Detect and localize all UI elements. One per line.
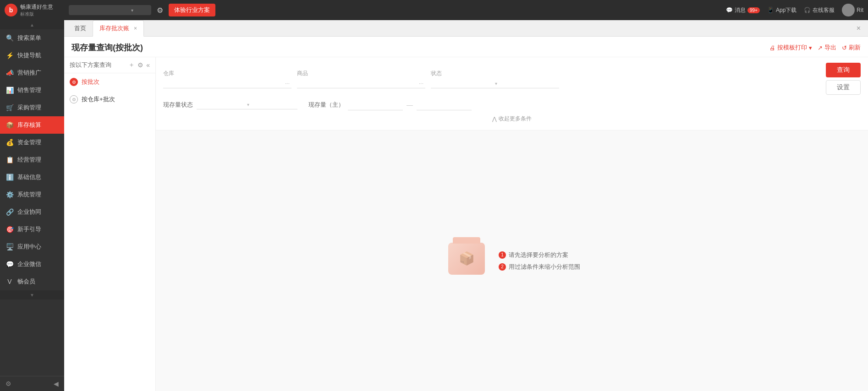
tab-home[interactable]: 首页 [68, 21, 93, 36]
product-filter: 商品 ··· [297, 70, 425, 88]
panel-close-button[interactable]: × [853, 24, 864, 33]
sidebar-item-marketing[interactable]: 📣 营销推广 [0, 64, 64, 81]
export-action[interactable]: ↗ 导出 [818, 43, 836, 52]
sidebar-collapse-icon[interactable]: ◀ [54, 380, 59, 387]
trial-button[interactable]: 体验行业方案 [169, 4, 215, 16]
sidebar-item-vip[interactable]: V 畅会员 [0, 273, 64, 290]
sidebar-item-label: 搜索菜单 [17, 34, 41, 42]
print-icon: 🖨 [769, 44, 775, 51]
sidebar-item-label: 新手引导 [17, 225, 41, 234]
sidebar-item-search[interactable]: 🔍 搜索菜单 [0, 29, 64, 47]
sidebar-item-sales[interactable]: 📊 销售管理 [0, 81, 64, 99]
sidebar-settings-icon[interactable]: ⚙ [5, 380, 11, 387]
wechat-icon: 💬 [5, 260, 14, 268]
empty-illustration: 📦 [444, 238, 489, 284]
status-dropdown-icon[interactable]: ▾ [495, 81, 555, 86]
search-dropdown-icon[interactable]: ▾ [131, 8, 133, 13]
purchase-icon: 🛒 [5, 103, 14, 112]
sidebar-item-finance[interactable]: 💰 资金管理 [0, 134, 64, 151]
status-select[interactable]: ▾ [431, 79, 559, 88]
sidebar-item-app-center[interactable]: 🖥️ 应用中心 [0, 238, 64, 255]
app-download-item[interactable]: 📱 App下载 [767, 6, 797, 14]
tip-num-1: 1 [499, 251, 506, 259]
tip-num-2: 2 [499, 263, 506, 271]
product-more-icon[interactable]: ··· [419, 80, 423, 87]
message-icon: 💬 [726, 7, 733, 13]
search-input[interactable] [73, 7, 128, 13]
warehouse-filter: 仓库 ··· [163, 70, 291, 88]
plan-item-by-warehouse-batch[interactable]: ⚙ 按仓库+批次 [64, 91, 155, 108]
tab-close-icon[interactable]: × [134, 25, 137, 32]
sidebar-item-wechat[interactable]: 💬 企业微信 [0, 255, 64, 273]
stock-amount-from-input[interactable] [348, 99, 403, 110]
logo-icon: b [5, 4, 17, 16]
messages-badge: 99+ [747, 7, 760, 13]
print-action[interactable]: 🖨 按模板打印 ▾ [769, 43, 812, 52]
body-split: 按以下方案查询 ＋ ⚙ « ⚙ 按批次 ⚙ 按仓库+批次 [64, 57, 868, 391]
main-layout: ▲ 🔍 搜索菜单 ⚡ 快捷导航 📣 营销推广 📊 销售管理 🛒 采购管理 📦 库… [0, 20, 868, 391]
sidebar-item-newbie[interactable]: 🎯 新手引导 [0, 221, 64, 238]
tip-text-1: 请先选择要分析的方案 [509, 251, 568, 259]
user-item[interactable]: Rit [842, 4, 863, 16]
tab-home-label: 首页 [74, 24, 86, 33]
messages-item[interactable]: 💬 消息 99+ [726, 6, 760, 14]
stock-amount-to-input[interactable] [417, 99, 472, 110]
plan-settings-icon[interactable]: ⚙ [137, 61, 143, 69]
page-title: 现存量查询(按批次) [71, 42, 143, 53]
action-buttons: 查询 设置 [826, 63, 861, 95]
chevron-up-icon: ⋀ [492, 116, 497, 122]
search-container[interactable]: ▾ [69, 5, 151, 15]
sidebar-item-operations[interactable]: 📋 经营管理 [0, 151, 64, 168]
newbie-icon: 🎯 [5, 225, 14, 234]
stock-status-select[interactable]: ▾ [197, 100, 297, 109]
status-filter: 状态 ▾ [431, 70, 559, 88]
plan-item-by-batch[interactable]: ⚙ 按批次 [64, 73, 155, 91]
sidebar-item-purchase[interactable]: 🛒 采购管理 [0, 99, 64, 116]
sidebar-scroll-down[interactable]: ▼ [0, 290, 64, 299]
collapse-more[interactable]: ⋀ 收起更多条件 [163, 113, 861, 125]
app-center-icon: 🖥️ [5, 243, 14, 251]
app-edition: 标准版 [20, 11, 53, 17]
refresh-action[interactable]: ↺ 刷新 [842, 43, 861, 52]
stock-amount-filter: 现存量（主） — [308, 99, 472, 110]
left-panel: 按以下方案查询 ＋ ⚙ « ⚙ 按批次 ⚙ 按仓库+批次 [64, 57, 156, 391]
basic-info-icon: ℹ️ [5, 173, 14, 181]
query-button[interactable]: 查询 [826, 63, 861, 77]
sidebar-item-label: 系统管理 [17, 190, 41, 199]
sidebar-scroll-up[interactable]: ▲ [0, 20, 64, 29]
online-support-item[interactable]: 🎧 在线客服 [804, 6, 835, 14]
sidebar-item-inventory[interactable]: 📦 库存核算 [0, 116, 64, 134]
collapse-panel-icon[interactable]: « [146, 61, 150, 69]
warehouse-more-icon[interactable]: ··· [285, 80, 290, 87]
sidebar-item-system[interactable]: ⚙️ 系统管理 [0, 186, 64, 203]
sidebar-item-basic-info[interactable]: ℹ️ 基础信息 [0, 168, 64, 186]
phone-icon: 📱 [767, 7, 774, 13]
sidebar-item-quick-nav[interactable]: ⚡ 快捷导航 [0, 47, 64, 64]
tab-inventory-batch[interactable]: 库存批次账 × [93, 20, 144, 37]
warehouse-input[interactable] [165, 80, 285, 87]
sidebar-item-label: 企业协同 [17, 208, 41, 216]
filter-row-1: 仓库 ··· 商品 ··· [163, 63, 861, 95]
stock-status-label: 现存量状态 [163, 101, 193, 109]
sidebar-item-label: 库存核算 [17, 121, 41, 129]
settings-button[interactable]: 设置 [826, 80, 861, 95]
empty-box: 📦 [448, 243, 485, 275]
filter-row-2: 现存量状态 ▾ 现存量（主） — [163, 99, 861, 110]
add-plan-icon[interactable]: ＋ [128, 61, 135, 69]
filter-area: 仓库 ··· 商品 ··· [156, 57, 868, 130]
product-input[interactable] [299, 80, 419, 87]
print-dropdown-icon[interactable]: ▾ [809, 44, 812, 51]
stock-status-filter: 现存量状态 ▾ [163, 100, 297, 109]
sidebar-item-enterprise[interactable]: 🔗 企业协同 [0, 203, 64, 221]
empty-tips: 1 请先选择要分析的方案 2 用过滤条件来缩小分析范围 [499, 251, 580, 271]
refresh-label: 刷新 [849, 43, 861, 52]
product-input-container[interactable]: ··· [297, 79, 425, 88]
stock-status-dropdown-icon[interactable]: ▾ [247, 102, 294, 107]
headset-icon: 🎧 [804, 7, 811, 13]
tab-inventory-batch-label: 库存批次账 [99, 24, 129, 33]
sales-icon: 📊 [5, 86, 14, 94]
warehouse-input-container[interactable]: ··· [163, 79, 291, 88]
sidebar: ▲ 🔍 搜索菜单 ⚡ 快捷导航 📣 营销推广 📊 销售管理 🛒 采购管理 📦 库… [0, 20, 64, 391]
content-area: 首页 库存批次账 × × 现存量查询(按批次) 🖨 按模板打印 ▾ [64, 20, 868, 391]
settings-icon[interactable]: ⚙ [155, 4, 165, 16]
